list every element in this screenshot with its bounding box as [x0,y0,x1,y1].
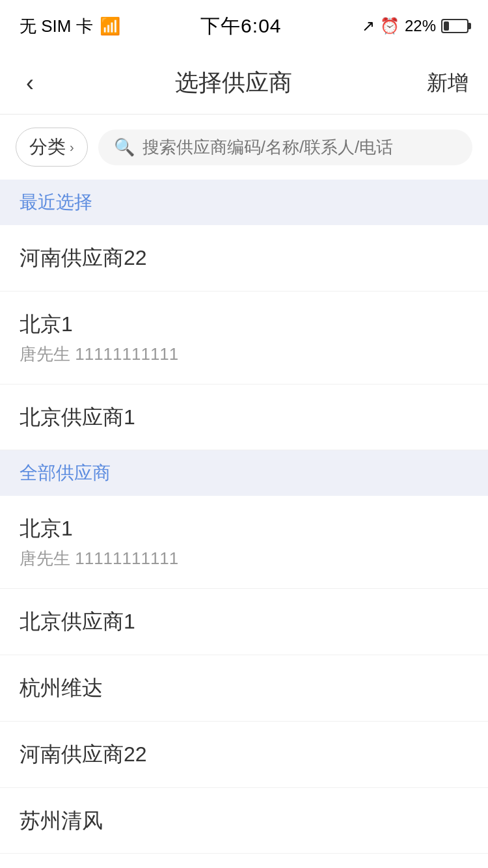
recent-section-header: 最近选择 [0,180,488,225]
search-box: 🔍 [98,129,472,165]
list-item[interactable]: 杭州维达 [0,655,488,722]
list-item[interactable]: 河南供应商22 [0,722,488,788]
all-list: 北京1 唐先生 11111111111 北京供应商1 杭州维达 河南供应商22 … [0,496,488,854]
back-button[interactable]: ‹ [20,63,40,103]
status-time: 下午6:04 [200,13,281,40]
add-button[interactable]: 新增 [427,69,468,98]
recent-section-label: 最近选择 [20,192,92,212]
item-name: 河南供应商22 [20,740,468,769]
status-right: ↗ ⏰ 22% [362,17,468,35]
list-item[interactable]: 北京供应商1 [0,589,488,655]
list-item[interactable]: 苏州清风 [0,788,488,854]
item-name: 杭州维达 [20,673,468,703]
list-item[interactable]: 北京1 唐先生 11111111111 [0,496,488,589]
nav-bar: ‹ 选择供应商 新增 [0,52,488,115]
battery-percent: 22% [405,17,436,35]
item-name: 北京1 [20,514,468,543]
item-sub: 唐先生 11111111111 [20,547,468,570]
status-bar: 无 SIM 卡 📶 下午6:04 ↗ ⏰ 22% [0,0,488,52]
item-name: 北京供应商1 [20,403,468,432]
wifi-icon: 📶 [100,16,120,36]
chevron-right-icon: › [70,140,74,155]
item-sub: 唐先生 11111111111 [20,343,468,366]
all-section-header: 全部供应商 [0,450,488,496]
search-icon: 🔍 [114,137,135,157]
item-name: 河南供应商22 [20,243,468,273]
battery-icon [441,19,468,33]
list-item[interactable]: 北京1 唐先生 11111111111 [0,292,488,385]
search-input[interactable] [142,137,457,157]
item-name: 北京供应商1 [20,607,468,636]
list-item[interactable]: 北京供应商1 [0,385,488,451]
alarm-icon: ⏰ [380,17,400,35]
all-section-label: 全部供应商 [20,463,111,483]
item-name: 苏州清风 [20,806,468,835]
item-name: 北京1 [20,310,468,339]
filter-bar: 分类 › 🔍 [0,115,488,180]
list-item[interactable]: 河南供应商22 [0,225,488,292]
location-icon: ↗ [362,17,375,35]
recent-list: 河南供应商22 北京1 唐先生 11111111111 北京供应商1 [0,225,488,450]
category-label: 分类 [29,135,66,159]
category-filter[interactable]: 分类 › [16,128,88,167]
page-title: 选择供应商 [175,67,292,99]
status-left: 无 SIM 卡 📶 [20,15,120,38]
no-sim-label: 无 SIM 卡 [20,15,93,38]
